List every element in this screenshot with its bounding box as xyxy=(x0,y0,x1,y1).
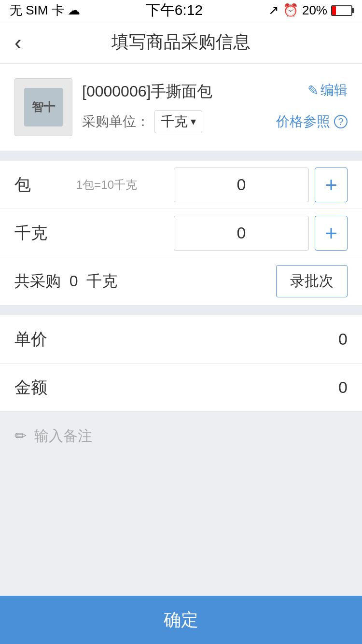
divider-1 xyxy=(0,151,362,161)
no-sim-text: 无 SIM 卡 ☁ xyxy=(10,2,80,19)
chevron-down-icon: ▾ xyxy=(191,115,196,128)
unit-price-value: 0 xyxy=(338,330,348,349)
product-thumbnail: 智十 xyxy=(14,78,72,136)
location-icon: ↗ xyxy=(268,3,279,18)
product-thumb-text: 智十 xyxy=(32,99,55,115)
divider-2 xyxy=(0,306,362,315)
product-thumb-logo: 智十 xyxy=(24,88,63,126)
bao-plus-button[interactable]: + xyxy=(315,168,348,202)
confirm-button[interactable]: 确定 xyxy=(0,596,362,644)
input-section: 包 1包=10千克 0 + 千克 0 + 共采购 0 千克 录批次 xyxy=(0,161,362,306)
kg-input-row: 千克 0 + xyxy=(0,209,362,257)
confirm-label: 确定 xyxy=(164,608,198,632)
edit-icon: ✎ xyxy=(307,83,319,98)
summary-prefix: 共采购 xyxy=(14,272,61,290)
kg-quantity-input[interactable]: 0 xyxy=(174,216,309,251)
bao-input-row: 包 1包=10千克 0 + xyxy=(0,161,362,209)
summary-row: 共采购 0 千克 录批次 xyxy=(0,257,362,306)
unit-value: 千克 xyxy=(161,112,188,131)
amount-value: 0 xyxy=(338,378,348,397)
edit-label: 编辑 xyxy=(320,81,348,99)
kg-label: 千克 xyxy=(14,222,72,244)
kg-value: 0 xyxy=(237,224,246,242)
product-header: [0000006]手撕面包 ✎ 编辑 xyxy=(82,81,348,102)
status-left: 无 SIM 卡 ☁ xyxy=(10,2,80,19)
summary-amount: 0 xyxy=(70,272,78,290)
page-title: 填写商品采购信息 xyxy=(111,30,251,54)
pencil-icon: ✏ xyxy=(14,427,27,444)
status-right: ↗ ⏰ 20% xyxy=(268,3,352,18)
unit-label: 采购单位： xyxy=(82,112,150,131)
product-card: 智十 [0000006]手撕面包 ✎ 编辑 采购单位： 千克 ▾ 价格参照 ? xyxy=(0,64,362,151)
amount-row: 金额 0 xyxy=(0,364,362,412)
back-button[interactable]: ‹ xyxy=(14,30,22,55)
bao-label: 包 xyxy=(14,174,72,196)
kg-plus-button[interactable]: + xyxy=(315,216,348,251)
bao-sub-label: 1包=10千克 xyxy=(76,177,137,193)
unit-selector-group: 采购单位： 千克 ▾ xyxy=(82,110,202,133)
battery-text: 20% xyxy=(302,3,327,18)
price-ref-label: 价格参照 xyxy=(276,112,330,131)
price-ref-button[interactable]: 价格参照 ? xyxy=(276,112,348,131)
summary-text: 共采购 0 千克 xyxy=(14,271,117,292)
alarm-icon: ⏰ xyxy=(283,3,298,18)
unit-select[interactable]: 千克 ▾ xyxy=(154,110,202,133)
bao-quantity-input[interactable]: 0 xyxy=(174,168,309,202)
unit-price-label: 单价 xyxy=(14,328,47,350)
bao-value: 0 xyxy=(237,175,246,194)
product-info: [0000006]手撕面包 ✎ 编辑 采购单位： 千克 ▾ 价格参照 ? xyxy=(82,81,348,133)
help-icon: ? xyxy=(334,115,348,128)
remark-section[interactable]: ✏ 输入备注 xyxy=(0,412,362,508)
edit-button[interactable]: ✎ 编辑 xyxy=(307,81,348,99)
amount-label: 金额 xyxy=(14,377,47,399)
remark-placeholder: 输入备注 xyxy=(34,426,92,446)
status-bar: 无 SIM 卡 ☁ 下午6:12 ↗ ⏰ 20% xyxy=(0,0,362,21)
unit-price-row: 单价 0 xyxy=(0,315,362,364)
nav-bar: ‹ 填写商品采购信息 xyxy=(0,21,362,64)
summary-unit: 千克 xyxy=(86,272,117,290)
status-time: 下午6:12 xyxy=(146,0,203,20)
product-name: [0000006]手撕面包 xyxy=(82,81,212,102)
battery-icon xyxy=(331,5,352,16)
price-section: 单价 0 金额 0 xyxy=(0,315,362,412)
batch-button[interactable]: 录批次 xyxy=(276,265,348,297)
product-unit-row: 采购单位： 千克 ▾ 价格参照 ? xyxy=(82,110,348,133)
